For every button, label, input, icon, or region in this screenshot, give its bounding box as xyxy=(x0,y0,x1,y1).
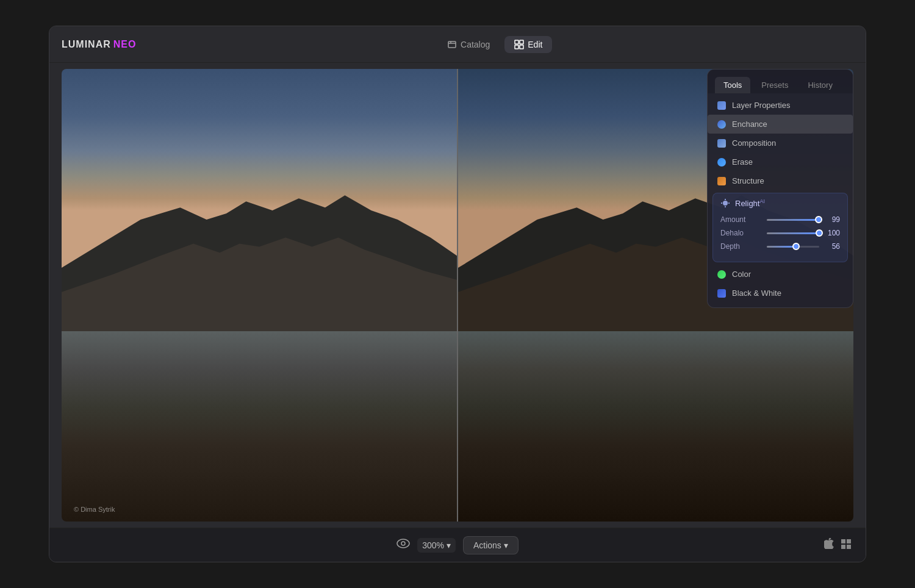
enchance-icon xyxy=(717,120,726,129)
bottom-center: 300% ▾ Actions ▾ xyxy=(396,536,518,554)
bottom-bar: 300% ▾ Actions ▾ xyxy=(49,528,866,562)
logo-neo: NEO xyxy=(113,39,137,50)
depth-fill xyxy=(767,246,796,248)
tools-panel: Tools Presets History Layer Properties E… xyxy=(707,69,853,308)
slider-group: Amount 99 Dehalo xyxy=(713,213,847,262)
tab-tools[interactable]: Tools xyxy=(715,77,750,93)
layer-properties-label: Layer Properties xyxy=(732,101,790,110)
dehalo-value: 100 xyxy=(823,229,840,237)
depth-slider-row: Depth 56 xyxy=(720,242,840,251)
svg-rect-61 xyxy=(841,539,845,543)
dehalo-slider-row: Dehalo 100 xyxy=(720,229,840,237)
dehalo-track[interactable] xyxy=(767,232,819,234)
svg-rect-62 xyxy=(847,539,851,543)
svg-rect-2 xyxy=(520,40,523,44)
title-center: Catalog Edit xyxy=(136,36,853,53)
relight-header[interactable]: RelightAI xyxy=(713,193,847,213)
layer-properties-icon xyxy=(717,101,726,110)
windows-icon xyxy=(841,539,851,551)
black-white-icon xyxy=(717,289,726,298)
catalog-button[interactable]: Catalog xyxy=(437,36,500,53)
erase-icon xyxy=(717,158,726,167)
relight-superscript: AI xyxy=(759,198,765,204)
amount-fill xyxy=(767,219,819,221)
depth-track[interactable] xyxy=(767,246,819,248)
structure-icon xyxy=(717,177,726,185)
photo-divider xyxy=(457,69,458,522)
edit-button[interactable]: Edit xyxy=(504,36,552,53)
relight-label: RelightAI xyxy=(735,198,765,208)
amount-track[interactable] xyxy=(767,219,819,221)
ground-right xyxy=(458,331,853,522)
enchance-label: Enchance xyxy=(732,120,767,129)
ground-left xyxy=(62,331,457,522)
svg-point-54 xyxy=(723,201,728,206)
actions-label: Actions xyxy=(473,540,501,550)
svg-rect-64 xyxy=(847,545,851,549)
structure-label: Structure xyxy=(732,176,764,185)
app-window: LUMINAR NEO Catalog Edit xyxy=(49,26,866,562)
amount-slider-row: Amount 99 xyxy=(720,215,840,224)
dehalo-thumb[interactable] xyxy=(816,229,823,237)
apple-icon xyxy=(824,538,834,552)
tab-history[interactable]: History xyxy=(799,77,841,93)
composition-icon xyxy=(717,139,726,148)
visibility-icon[interactable] xyxy=(396,539,410,551)
tab-presets[interactable]: Presets xyxy=(753,77,797,93)
tool-black-white[interactable]: Black & White xyxy=(708,284,853,303)
mountains-left xyxy=(62,159,457,340)
bottom-right xyxy=(824,538,851,552)
svg-rect-63 xyxy=(841,545,845,549)
logo-luminar: LUMINAR xyxy=(62,39,111,50)
tool-structure[interactable]: Structure xyxy=(708,171,853,190)
amount-value: 99 xyxy=(823,215,840,224)
svg-rect-0 xyxy=(448,41,456,48)
edit-label: Edit xyxy=(528,40,542,49)
catalog-label: Catalog xyxy=(461,40,490,49)
svg-point-60 xyxy=(401,542,405,545)
dehalo-label: Dehalo xyxy=(720,229,763,237)
erase-label: Erase xyxy=(732,157,753,167)
tool-enchance[interactable]: Enchance xyxy=(708,115,853,134)
actions-chevron: ▾ xyxy=(504,540,508,550)
tool-composition[interactable]: Composition xyxy=(708,134,853,152)
main-content: © Dima Sytrik xyxy=(49,63,866,528)
composition-label: Composition xyxy=(732,138,776,148)
actions-button[interactable]: Actions ▾ xyxy=(463,536,518,554)
depth-label: Depth xyxy=(720,242,763,251)
svg-rect-4 xyxy=(520,45,523,49)
landscape-left: © Dima Sytrik xyxy=(62,69,457,522)
tool-layer-properties[interactable]: Layer Properties xyxy=(708,96,853,115)
photo-left: © Dima Sytrik xyxy=(62,69,457,522)
zoom-chevron: ▾ xyxy=(447,540,451,550)
black-white-label: Black & White xyxy=(732,289,781,298)
svg-point-59 xyxy=(397,539,409,548)
zoom-value: 300% xyxy=(422,540,444,550)
photo-copyright: © Dima Sytrik xyxy=(74,506,115,513)
amount-thumb[interactable] xyxy=(815,216,822,223)
dehalo-fill xyxy=(767,232,819,234)
relight-section: RelightAI Amount 99 xyxy=(712,193,848,262)
panel-body: Layer Properties Enchance Composition Er… xyxy=(708,93,853,307)
svg-rect-1 xyxy=(515,40,518,44)
title-bar: LUMINAR NEO Catalog Edit xyxy=(49,26,866,63)
tool-erase[interactable]: Erase xyxy=(708,152,853,171)
app-logo: LUMINAR NEO xyxy=(62,39,136,50)
color-label: Color xyxy=(732,270,751,279)
depth-value: 56 xyxy=(823,242,840,251)
panel-tabs: Tools Presets History xyxy=(708,70,853,93)
depth-thumb[interactable] xyxy=(792,243,800,250)
zoom-control[interactable]: 300% ▾ xyxy=(417,538,456,553)
color-icon xyxy=(717,270,726,279)
amount-label: Amount xyxy=(720,215,763,224)
svg-rect-3 xyxy=(515,45,518,49)
tool-color[interactable]: Color xyxy=(708,265,853,284)
